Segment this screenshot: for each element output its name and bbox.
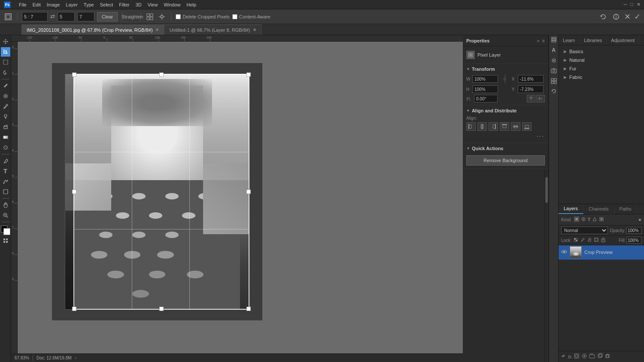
more-tools-btn[interactable] bbox=[3, 238, 9, 244]
menu-filter[interactable]: Filter bbox=[119, 2, 129, 7]
w-input[interactable] bbox=[472, 75, 498, 83]
grid-icon[interactable] bbox=[145, 12, 155, 21]
y-input[interactable] bbox=[518, 85, 544, 93]
color-swatches[interactable] bbox=[1, 226, 10, 235]
lock-position-icon[interactable] bbox=[587, 237, 592, 243]
status-arrow[interactable]: › bbox=[75, 356, 76, 360]
mask-icon[interactable] bbox=[574, 353, 580, 360]
hand-tool[interactable] bbox=[1, 200, 10, 210]
filter-smart-icon[interactable] bbox=[599, 217, 604, 223]
menu-layer[interactable]: Layer bbox=[66, 2, 78, 7]
styles-tab-header[interactable]: Styles bbox=[639, 35, 644, 45]
menu-file[interactable]: File bbox=[19, 2, 27, 7]
flip-v-btn[interactable] bbox=[536, 95, 545, 103]
align-right-btn[interactable] bbox=[489, 122, 498, 131]
eyedropper-tool[interactable] bbox=[1, 81, 10, 90]
layer-visibility-eye[interactable] bbox=[561, 249, 567, 255]
filter-shape-icon[interactable] bbox=[592, 217, 597, 223]
canvas-document[interactable] bbox=[52, 63, 262, 320]
scrollbar-thumb[interactable] bbox=[545, 177, 548, 203]
text-tool[interactable]: T bbox=[1, 166, 10, 176]
lasso-tool[interactable] bbox=[1, 68, 10, 77]
clear-button[interactable]: Clear bbox=[97, 12, 118, 21]
crop-handle-bl[interactable] bbox=[72, 307, 76, 311]
path-select-tool[interactable] bbox=[1, 177, 10, 186]
panel-grid-icon[interactable] bbox=[550, 77, 558, 85]
styles-item-1[interactable]: ▶ Natural bbox=[559, 56, 644, 64]
learn-tab[interactable]: Learn bbox=[559, 35, 580, 45]
marquee-tool[interactable] bbox=[1, 57, 10, 67]
crop-overlay[interactable] bbox=[73, 74, 249, 310]
layers-tab-paths[interactable]: Paths bbox=[614, 204, 637, 214]
crop-handle-bc[interactable] bbox=[159, 307, 164, 311]
styles-item-2[interactable]: ▶ Fur bbox=[559, 64, 644, 73]
align-center-h-btn[interactable] bbox=[477, 122, 487, 131]
filter-pixel-icon[interactable] bbox=[574, 217, 579, 223]
crop-handle-tr[interactable] bbox=[246, 72, 251, 77]
menu-image[interactable]: Image bbox=[47, 2, 60, 7]
settings-icon[interactable] bbox=[157, 12, 167, 21]
menu-view[interactable]: View bbox=[148, 2, 158, 7]
crop-handle-tc[interactable] bbox=[159, 72, 164, 77]
content-aware-checkbox[interactable] bbox=[232, 14, 237, 19]
ratio-input[interactable] bbox=[22, 12, 48, 21]
height-input[interactable] bbox=[77, 12, 94, 21]
shape-tool[interactable] bbox=[1, 187, 10, 196]
panel-properties-icon[interactable] bbox=[550, 57, 558, 64]
crop-handle-ml[interactable] bbox=[72, 190, 76, 194]
clone-tool[interactable] bbox=[1, 112, 10, 121]
panel-history-icon[interactable] bbox=[550, 87, 558, 95]
layer-item-0[interactable]: Crop Preview bbox=[559, 245, 644, 260]
link-layers-icon[interactable] bbox=[560, 353, 566, 360]
lock-artboard-icon[interactable] bbox=[594, 237, 599, 243]
layers-tab-channels[interactable]: Channels bbox=[583, 204, 614, 214]
flip-h-btn[interactable] bbox=[527, 95, 535, 103]
delete-layer-icon[interactable] bbox=[605, 353, 611, 360]
filter-type-icon[interactable]: T bbox=[588, 217, 590, 223]
history-back-icon[interactable] bbox=[598, 12, 608, 21]
pen-tool[interactable] bbox=[1, 156, 10, 166]
close-btn[interactable]: ✕ bbox=[637, 2, 641, 7]
align-bottom-btn[interactable] bbox=[522, 122, 532, 131]
panel-layers-icon[interactable] bbox=[550, 36, 558, 44]
tab-1[interactable]: Untitled-1 @ 66.7% (Layer 8, RGB/8#) ✕ bbox=[164, 24, 262, 35]
align-center-v-btn[interactable] bbox=[511, 122, 520, 131]
more-options-btn[interactable]: ··· bbox=[537, 133, 545, 140]
filter-adjust-icon[interactable] bbox=[581, 217, 586, 223]
fill-input[interactable] bbox=[626, 237, 641, 244]
menu-type[interactable]: Type bbox=[84, 2, 94, 7]
crop-handle-mr[interactable] bbox=[246, 190, 251, 194]
quick-actions-header[interactable]: ▼ Quick Actions bbox=[466, 146, 545, 151]
move-tool[interactable] bbox=[1, 37, 10, 46]
h-input[interactable] bbox=[472, 85, 498, 93]
lock-pixels-icon[interactable] bbox=[580, 237, 585, 243]
fx-icon[interactable]: fx bbox=[568, 354, 572, 359]
transform-header[interactable]: ▼ Transform bbox=[466, 66, 545, 72]
menu-3d[interactable]: 3D bbox=[136, 2, 142, 7]
dodge-tool[interactable] bbox=[1, 143, 10, 152]
menu-select[interactable]: Select bbox=[100, 2, 113, 7]
swap-icon[interactable]: ⇄ bbox=[50, 13, 55, 20]
opacity-input[interactable] bbox=[626, 227, 641, 234]
align-header[interactable]: ▼ Align and Distribute bbox=[466, 108, 545, 113]
zoom-tool[interactable] bbox=[1, 211, 10, 220]
tab-0[interactable]: IMG_20201108_0001.jpg @ 67.8% (Crop Prev… bbox=[21, 24, 164, 35]
styles-item-3[interactable]: ▶ Fabric bbox=[559, 73, 644, 81]
minimize-btn[interactable]: ─ bbox=[624, 2, 627, 7]
background-color[interactable] bbox=[3, 228, 10, 235]
delete-cropped-checkbox[interactable] bbox=[176, 14, 181, 19]
new-layer-icon[interactable] bbox=[597, 353, 603, 360]
cancel-crop-button[interactable]: ✕ bbox=[624, 12, 631, 21]
tab-0-close[interactable]: ✕ bbox=[155, 27, 159, 32]
angle-input[interactable] bbox=[474, 95, 498, 103]
properties-scrollbar[interactable] bbox=[545, 169, 548, 362]
blend-mode-select[interactable]: Normal bbox=[561, 226, 608, 234]
layers-tab-layers[interactable]: Layers bbox=[559, 204, 583, 214]
lock-transparent-icon[interactable] bbox=[573, 237, 578, 243]
panel-camera-icon[interactable] bbox=[550, 67, 558, 75]
width-input[interactable] bbox=[58, 12, 75, 21]
libraries-tab[interactable]: Libraries bbox=[580, 35, 607, 45]
overlay-icon[interactable] bbox=[611, 12, 621, 21]
spot-heal-tool[interactable] bbox=[1, 91, 10, 101]
align-top-btn[interactable] bbox=[500, 122, 509, 131]
